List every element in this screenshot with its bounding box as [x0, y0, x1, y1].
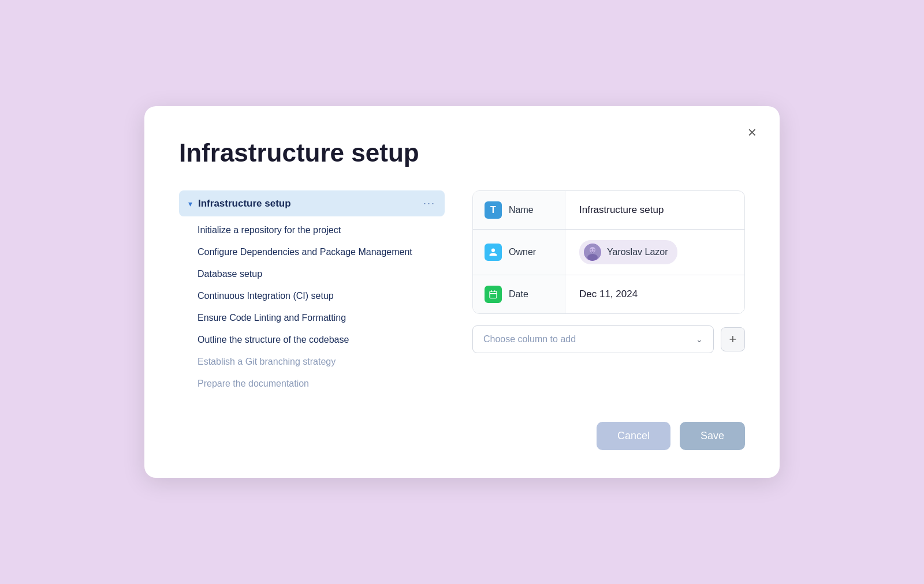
property-key-owner: Owner [473, 230, 565, 275]
list-item: Continuous Integration (CI) setup [179, 286, 445, 306]
svg-rect-5 [490, 291, 497, 298]
chevron-down-icon: ▾ [188, 199, 192, 208]
owner-name: Yaroslav Lazor [607, 247, 668, 257]
close-button[interactable]: × [746, 122, 759, 142]
list-item: Outline the structure of the codebase [179, 330, 445, 350]
task-list: ▾ Infrastructure setup ··· Initialize a … [179, 190, 445, 394]
list-item: Initialize a repository for the project [179, 220, 445, 241]
property-value-date: Dec 11, 2024 [565, 275, 744, 313]
properties-table: T Name Infrastructure setup [472, 190, 745, 314]
property-key-name: T Name [473, 191, 565, 229]
list-item: Configure Dependencies and Package Manag… [179, 242, 445, 263]
property-row-name: T Name Infrastructure setup [473, 191, 744, 230]
property-row-date: Date Dec 11, 2024 [473, 275, 744, 313]
more-options-icon[interactable]: ··· [423, 197, 435, 209]
task-parent-item[interactable]: ▾ Infrastructure setup ··· [179, 190, 445, 216]
detail-panel: T Name Infrastructure setup [472, 190, 745, 353]
svg-point-2 [587, 254, 598, 261]
column-picker-label: Choose column to add [483, 334, 576, 345]
list-item: Database setup [179, 264, 445, 284]
owner-badge[interactable]: Yaroslav Lazor [579, 240, 677, 264]
owner-icon [485, 244, 502, 261]
modal-footer: Cancel Save [179, 422, 745, 450]
name-icon: T [485, 201, 502, 219]
avatar [584, 244, 601, 261]
property-key-date: Date [473, 275, 565, 313]
property-value-owner: Yaroslav Lazor [565, 230, 744, 275]
add-column-row: Choose column to add ⌄ + [472, 325, 745, 353]
task-parent-left: ▾ Infrastructure setup [188, 198, 291, 209]
list-item: Establish a Git branching strategy [179, 351, 445, 372]
date-label: Date [509, 289, 528, 300]
column-picker-dropdown[interactable]: Choose column to add ⌄ [472, 325, 714, 353]
svg-point-4 [594, 249, 595, 250]
task-parent-label: Infrastructure setup [198, 198, 291, 209]
cancel-button[interactable]: Cancel [597, 422, 670, 450]
chevron-down-icon: ⌄ [696, 335, 703, 344]
save-button[interactable]: Save [680, 422, 745, 450]
property-value-name: Infrastructure setup [565, 191, 744, 229]
svg-point-3 [591, 249, 592, 250]
property-row-owner: Owner [473, 230, 744, 275]
list-item: Prepare the documentation [179, 373, 445, 394]
owner-label: Owner [509, 247, 536, 257]
add-column-button[interactable]: + [721, 327, 745, 351]
name-label: Name [509, 205, 534, 215]
date-icon [485, 286, 502, 303]
modal-title: Infrastructure setup [179, 138, 745, 167]
list-item: Ensure Code Linting and Formatting [179, 308, 445, 328]
modal-container: × Infrastructure setup ▾ Infrastructure … [144, 106, 780, 478]
modal-body: ▾ Infrastructure setup ··· Initialize a … [179, 190, 745, 394]
